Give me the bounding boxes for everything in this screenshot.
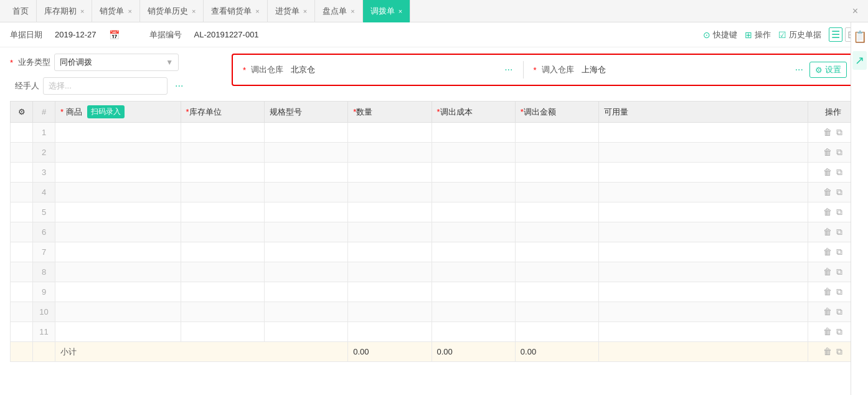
row-spec-cell[interactable] — [264, 143, 347, 163]
operations-btn[interactable]: ⊞ 操作 — [745, 29, 771, 40]
delete-icon[interactable]: 🗑 — [823, 307, 832, 316]
history-btn[interactable]: ☑ 历史单据 — [778, 29, 821, 40]
row-amount-cell[interactable] — [515, 183, 598, 202]
copy-icon[interactable]: ⧉ — [836, 127, 842, 137]
copy-icon[interactable]: ⧉ — [836, 267, 842, 277]
row-product-cell[interactable] — [55, 143, 181, 163]
row-qty-cell[interactable] — [348, 143, 432, 163]
scan-btn[interactable]: 扫码录入 — [87, 105, 125, 118]
row-unit-cell[interactable] — [181, 322, 264, 342]
tab-close-purchase[interactable]: × — [303, 7, 307, 15]
tab-close-sales-order[interactable]: × — [128, 7, 131, 15]
row-amount-cell[interactable] — [515, 222, 598, 242]
row-cost-cell[interactable] — [432, 322, 515, 342]
row-product-cell[interactable] — [55, 163, 181, 183]
tab-home[interactable]: 首页 — [5, 0, 37, 22]
out-warehouse-more-icon[interactable]: ··· — [504, 64, 512, 75]
row-product-cell[interactable] — [55, 262, 181, 282]
tab-stocktake[interactable]: 盘点单 × — [315, 0, 362, 22]
row-cost-cell[interactable] — [432, 143, 515, 163]
row-qty-cell[interactable] — [348, 222, 432, 242]
tab-purchase[interactable]: 进货单 × — [268, 0, 315, 22]
row-spec-cell[interactable] — [264, 123, 347, 143]
copy-icon[interactable]: ⧉ — [836, 167, 842, 177]
row-unit-cell[interactable] — [181, 302, 264, 322]
delete-icon[interactable]: 🗑 — [823, 207, 832, 217]
subtotal-copy-icon[interactable]: ⧉ — [836, 346, 842, 356]
row-product-cell[interactable] — [55, 282, 181, 302]
tab-view-sales[interactable]: 查看销货单 × — [204, 0, 267, 22]
business-type-select[interactable]: 同价调拨 ▼ — [54, 54, 179, 71]
row-unit-cell[interactable] — [181, 262, 264, 282]
row-unit-cell[interactable] — [181, 123, 264, 143]
delete-icon[interactable]: 🗑 — [823, 227, 832, 237]
copy-icon[interactable]: ⧉ — [836, 307, 842, 316]
row-cost-cell[interactable] — [432, 262, 515, 282]
row-unit-cell[interactable] — [181, 183, 264, 202]
row-qty-cell[interactable] — [348, 282, 432, 302]
row-amount-cell[interactable] — [515, 242, 598, 262]
row-product-cell[interactable] — [55, 123, 181, 143]
tab-inventory-init[interactable]: 库存期初 × — [37, 0, 92, 22]
row-amount-cell[interactable] — [515, 163, 598, 183]
delete-icon[interactable]: 🗑 — [823, 287, 832, 297]
delete-icon[interactable]: 🗑 — [823, 167, 832, 177]
row-unit-cell[interactable] — [181, 242, 264, 262]
row-qty-cell[interactable] — [348, 123, 432, 143]
row-cost-cell[interactable] — [432, 183, 515, 202]
handler-more-icon[interactable]: ··· — [175, 80, 183, 92]
delete-icon[interactable]: 🗑 — [823, 267, 832, 277]
row-cost-cell[interactable] — [432, 242, 515, 262]
row-spec-cell[interactable] — [264, 242, 347, 262]
row-amount-cell[interactable] — [515, 322, 598, 342]
copy-icon[interactable]: ⧉ — [836, 187, 842, 197]
row-spec-cell[interactable] — [264, 222, 347, 242]
row-product-cell[interactable] — [55, 242, 181, 262]
row-amount-cell[interactable] — [515, 282, 598, 302]
row-spec-cell[interactable] — [264, 163, 347, 183]
sidebar-export-icon[interactable]: ↗ — [852, 51, 867, 70]
row-amount-cell[interactable] — [515, 143, 598, 163]
list-view-icon[interactable]: ☰ — [829, 27, 842, 42]
row-spec-cell[interactable] — [264, 183, 347, 202]
row-spec-cell[interactable] — [264, 202, 347, 222]
copy-icon[interactable]: ⧉ — [836, 287, 842, 297]
tab-sales-order[interactable]: 销货单 × — [92, 0, 139, 22]
row-unit-cell[interactable] — [181, 143, 264, 163]
row-qty-cell[interactable] — [348, 322, 432, 342]
copy-icon[interactable]: ⧉ — [836, 147, 842, 157]
row-product-cell[interactable] — [55, 202, 181, 222]
tab-close-view-sales[interactable]: × — [255, 7, 259, 15]
row-product-cell[interactable] — [55, 322, 181, 342]
tab-close-stocktake[interactable]: × — [351, 7, 354, 15]
row-spec-cell[interactable] — [264, 302, 347, 322]
handler-select[interactable]: 选择... — [43, 77, 167, 95]
row-spec-cell[interactable] — [264, 262, 347, 282]
row-cost-cell[interactable] — [432, 282, 515, 302]
tab-transfer[interactable]: 调拨单 × — [363, 0, 410, 22]
row-product-cell[interactable] — [55, 183, 181, 202]
calendar-icon[interactable]: 📅 — [109, 30, 120, 40]
delete-icon[interactable]: 🗑 — [823, 147, 832, 157]
tab-sales-history[interactable]: 销货单历史 × — [140, 0, 204, 22]
row-qty-cell[interactable] — [348, 202, 432, 222]
row-qty-cell[interactable] — [348, 242, 432, 262]
row-spec-cell[interactable] — [264, 282, 347, 302]
row-unit-cell[interactable] — [181, 163, 264, 183]
row-unit-cell[interactable] — [181, 282, 264, 302]
row-amount-cell[interactable] — [515, 302, 598, 322]
delete-icon[interactable]: 🗑 — [823, 247, 832, 257]
tab-close-transfer[interactable]: × — [399, 7, 402, 15]
copy-icon[interactable]: ⧉ — [836, 227, 842, 237]
row-cost-cell[interactable] — [432, 302, 515, 322]
copy-icon[interactable]: ⧉ — [836, 247, 842, 257]
row-qty-cell[interactable] — [348, 163, 432, 183]
delete-icon[interactable]: 🗑 — [823, 187, 832, 197]
delete-icon[interactable]: 🗑 — [823, 326, 832, 336]
shortcuts-btn[interactable]: ⊙ 快捷键 — [703, 29, 737, 40]
row-spec-cell[interactable] — [264, 322, 347, 342]
row-product-cell[interactable] — [55, 302, 181, 322]
tab-close-inventory-init[interactable]: × — [80, 7, 84, 15]
row-cost-cell[interactable] — [432, 202, 515, 222]
row-amount-cell[interactable] — [515, 123, 598, 143]
